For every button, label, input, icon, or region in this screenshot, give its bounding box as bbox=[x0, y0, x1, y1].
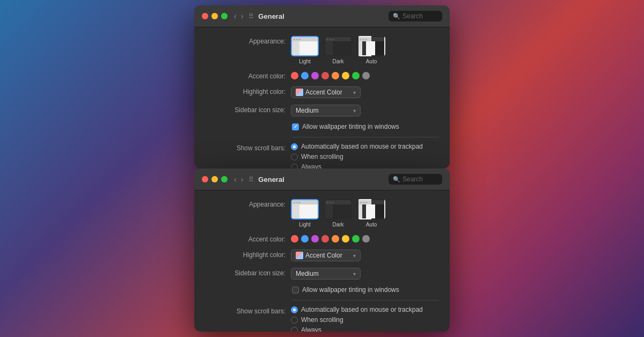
scroll-always-radio-bottom[interactable] bbox=[291, 327, 298, 332]
search-placeholder-bottom: Search bbox=[402, 175, 423, 183]
back-arrow[interactable]: ‹ bbox=[233, 12, 238, 20]
scroll-bars-label-bottom: Show scroll bars: bbox=[205, 306, 291, 315]
scroll-always-option-bottom[interactable]: Always bbox=[291, 326, 423, 332]
sidebar-icon-dropdown-top[interactable]: Medium ▾ bbox=[291, 105, 361, 116]
sidebar-icon-row-top: Sidebar icon size: Medium ▾ bbox=[205, 105, 439, 116]
highlight-color-row-bottom: Highlight color: Accent Color ▾ bbox=[205, 250, 439, 261]
scroll-when-radio-bottom[interactable] bbox=[291, 317, 298, 324]
highlight-value-bottom: Accent Color bbox=[305, 252, 351, 259]
highlight-color-label-top: Highlight color: bbox=[205, 86, 291, 96]
accent-graphite-top[interactable] bbox=[362, 72, 370, 79]
appearance-light-bottom[interactable]: Light bbox=[291, 199, 319, 228]
appearance-label-bottom: Appearance: bbox=[205, 199, 291, 208]
scroll-when-radio-top[interactable] bbox=[291, 153, 298, 160]
window-bottom: ‹ › ⠿ General 🔍 Search Appearance: bbox=[194, 169, 450, 332]
appearance-auto-bottom[interactable]: Auto bbox=[357, 199, 385, 228]
scroll-always-label-top: Always bbox=[301, 163, 321, 169]
highlight-arrow-bottom: ▾ bbox=[353, 253, 356, 259]
minimize-button-bottom[interactable] bbox=[211, 176, 218, 182]
appearance-row-top: Appearance: Light bbox=[205, 36, 439, 64]
search-placeholder-top: Search bbox=[402, 12, 423, 20]
search-icon-top: 🔍 bbox=[393, 13, 400, 20]
forward-arrow-bottom[interactable]: › bbox=[240, 175, 245, 184]
window-top: ‹ › ⠿ General 🔍 Search Appearance: bbox=[194, 5, 450, 169]
window-title-top: General bbox=[258, 12, 389, 20]
wallpaper-checkbox-bottom[interactable] bbox=[292, 287, 299, 294]
sidebar-icon-dropdown-bottom[interactable]: Medium ▾ bbox=[291, 268, 361, 280]
highlight-color-label-bottom: Highlight color: bbox=[205, 250, 291, 259]
appearance-options-top: Light Dark bbox=[291, 36, 385, 64]
scroll-auto-radio-bottom[interactable] bbox=[291, 306, 298, 313]
accent-green-top[interactable] bbox=[352, 72, 360, 79]
titlebar-bottom: ‹ › ⠿ General 🔍 Search bbox=[194, 169, 450, 191]
accent-pink-bottom[interactable] bbox=[321, 235, 329, 243]
titlebar-top: ‹ › ⠿ General 🔍 Search bbox=[194, 5, 450, 27]
close-button-bottom[interactable] bbox=[202, 176, 208, 182]
wallpaper-checkbox-top[interactable]: ✓ bbox=[292, 123, 299, 130]
traffic-lights-top bbox=[202, 13, 228, 19]
light-label-bottom: Light bbox=[299, 222, 311, 228]
appearance-auto-top[interactable]: Auto bbox=[357, 36, 385, 64]
sidebar-icon-label-bottom: Sidebar icon size: bbox=[205, 268, 291, 277]
wallpaper-tinting-row-top: ✓ Allow wallpaper tinting in windows bbox=[292, 123, 439, 130]
sidebar-icon-row-bottom: Sidebar icon size: Medium ▾ bbox=[205, 268, 439, 280]
auto-preview-bottom[interactable] bbox=[357, 199, 385, 219]
accent-blue-bottom[interactable] bbox=[301, 235, 309, 243]
highlight-color-dropdown-bottom[interactable]: Accent Color ▾ bbox=[291, 250, 361, 261]
highlight-color-dropdown-top[interactable]: Accent Color ▾ bbox=[291, 86, 361, 98]
scroll-when-option-top[interactable]: When scrolling bbox=[291, 153, 423, 160]
content-top: Appearance: Light bbox=[194, 27, 450, 169]
dark-preview-bottom[interactable] bbox=[324, 199, 352, 219]
grid-icon-bottom: ⠿ bbox=[248, 175, 254, 184]
appearance-dark-bottom[interactable]: Dark bbox=[324, 199, 352, 228]
scroll-always-radio-top[interactable] bbox=[291, 164, 298, 169]
accent-color-row-top: Accent color: bbox=[205, 71, 439, 80]
forward-arrow[interactable]: › bbox=[240, 12, 245, 20]
scroll-bars-label-top: Show scroll bars: bbox=[205, 143, 291, 152]
auto-preview-top[interactable] bbox=[357, 36, 385, 56]
accent-purple-top[interactable] bbox=[311, 72, 319, 79]
accent-purple-bottom[interactable] bbox=[311, 235, 319, 243]
accent-red-bottom[interactable] bbox=[291, 235, 298, 243]
accent-yellow-top[interactable] bbox=[342, 72, 349, 79]
maximize-button-bottom[interactable] bbox=[221, 176, 228, 182]
window-title-bottom: General bbox=[258, 175, 389, 184]
scroll-when-label-bottom: When scrolling bbox=[301, 316, 343, 324]
auto-label-top: Auto bbox=[366, 58, 377, 64]
accent-orange-top[interactable] bbox=[332, 72, 339, 79]
appearance-light-top[interactable]: Light bbox=[291, 36, 319, 64]
accent-graphite-bottom[interactable] bbox=[362, 235, 370, 243]
accent-pink-top[interactable] bbox=[321, 72, 329, 79]
light-preview-top[interactable] bbox=[291, 36, 319, 56]
accent-green-bottom[interactable] bbox=[352, 235, 360, 243]
divider-bottom bbox=[292, 300, 439, 301]
accent-yellow-bottom[interactable] bbox=[342, 235, 349, 243]
scroll-auto-radio-top[interactable] bbox=[291, 143, 298, 150]
dark-preview-top[interactable] bbox=[324, 36, 352, 56]
scroll-auto-option-top[interactable]: Automatically based on mouse or trackpad bbox=[291, 143, 423, 150]
scroll-auto-option-bottom[interactable]: Automatically based on mouse or trackpad bbox=[291, 306, 423, 313]
nav-arrows-bottom: ‹ › bbox=[233, 175, 244, 184]
appearance-row-bottom: Appearance: Light bbox=[205, 199, 439, 228]
close-button[interactable] bbox=[202, 13, 208, 19]
minimize-button[interactable] bbox=[211, 13, 218, 19]
nav-arrows-top: ‹ › bbox=[233, 12, 244, 20]
scroll-auto-label-top: Automatically based on mouse or trackpad bbox=[301, 143, 423, 150]
maximize-button[interactable] bbox=[221, 13, 228, 19]
auto-label-bottom: Auto bbox=[366, 222, 377, 228]
scroll-bars-row-bottom: Show scroll bars: Automatically based on… bbox=[205, 306, 439, 332]
search-box-bottom[interactable]: 🔍 Search bbox=[389, 174, 442, 185]
accent-orange-bottom[interactable] bbox=[332, 235, 339, 243]
search-box-top[interactable]: 🔍 Search bbox=[389, 11, 442, 21]
appearance-dark-top[interactable]: Dark bbox=[324, 36, 352, 64]
wallpaper-tinting-row-bottom: Allow wallpaper tinting in windows bbox=[292, 286, 439, 294]
accent-color-row-bottom: Accent color: bbox=[205, 234, 439, 243]
accent-red-top[interactable] bbox=[291, 72, 298, 79]
accent-blue-top[interactable] bbox=[301, 72, 309, 79]
back-arrow-bottom[interactable]: ‹ bbox=[233, 175, 238, 184]
scroll-when-option-bottom[interactable]: When scrolling bbox=[291, 316, 423, 324]
sidebar-icon-label-top: Sidebar icon size: bbox=[205, 105, 291, 114]
light-label-top: Light bbox=[299, 58, 311, 64]
scroll-always-option-top[interactable]: Always bbox=[291, 163, 423, 169]
light-preview-bottom[interactable] bbox=[291, 199, 319, 219]
